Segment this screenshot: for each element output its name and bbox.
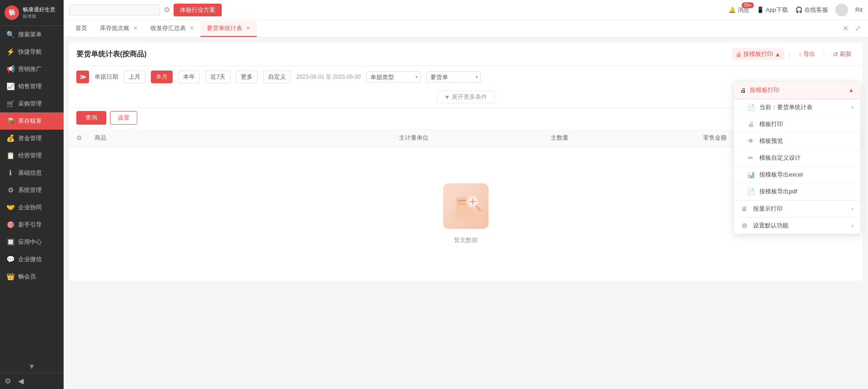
notification-badge: 99+ — [742, 2, 754, 8]
dropdown-template-design[interactable]: ✏ 模板自定义设计 — [734, 150, 860, 167]
date-range-display: 2023-06-01 至 2023-06-30 — [296, 73, 360, 81]
topbar-gear-icon[interactable]: ⚙ — [164, 5, 170, 14]
nav-label: 畅会员 — [18, 273, 36, 281]
nav-label: 销售管理 — [18, 82, 42, 91]
date-custom-btn[interactable]: 自定义 — [263, 71, 291, 83]
tabs-bar: 首页 库存批次账 ✕ 收发存汇总表 ✕ 要货单统计表 ✕ ✕ ⤢ — [64, 20, 868, 37]
close-order-stats-icon[interactable]: ✕ — [246, 25, 250, 31]
template-print-label: 模板打印 — [759, 120, 854, 128]
expand-window-button[interactable]: ⤢ — [853, 23, 863, 34]
tab-inventory-batch[interactable]: 库存批次账 ✕ — [94, 20, 144, 37]
close-inventory-batch-icon[interactable]: ✕ — [133, 25, 138, 31]
nav-icon: 🔍 — [6, 30, 15, 39]
bell-icon: 🔔 — [728, 6, 736, 13]
sidebar-item-企业协同[interactable]: 🤝企业协同 — [0, 199, 64, 216]
document-type-wrapper: 单据类型 — [366, 71, 421, 83]
home-label: 首页 — [75, 24, 87, 32]
app-download-button[interactable]: 📱 App下载 — [757, 6, 788, 14]
print-template-button[interactable]: 🖨 按模板打印 ▲ — [732, 48, 784, 60]
nav-label: 库存核算 — [18, 117, 42, 125]
dropdown-template-preview[interactable]: 👁 模板预览 — [734, 133, 860, 150]
template-excel-label: 按模板导出excel — [759, 171, 854, 179]
query-button[interactable]: 查询 — [76, 111, 106, 125]
tab-receipts-summary[interactable]: 收发存汇总表 ✕ — [144, 20, 200, 37]
tab-order-stats[interactable]: 要货单统计表 ✕ — [200, 20, 257, 37]
nav-label: 搜索菜单 — [18, 30, 42, 39]
sidebar-item-采购管理[interactable]: 🛒采购管理 — [0, 95, 64, 112]
column-settings-icon[interactable]: ⚙ — [76, 134, 82, 141]
dropdown-display-print[interactable]: 🖥 按显示打印 ▾ — [734, 200, 860, 217]
dropdown-printer-icon: 🖨 — [740, 87, 746, 94]
dropdown-title: 按模板打印 — [750, 86, 779, 94]
expand-more-button[interactable]: ▼ 展开更多条件 — [437, 91, 495, 103]
svg-rect-3 — [458, 203, 467, 205]
dropdown-template-pdf[interactable]: 📄 按模板导出pdf — [734, 183, 860, 200]
default-settings-label: 设置默认功能 — [753, 222, 847, 230]
template-preview-label: 模板预览 — [759, 137, 854, 145]
sidebar-item-应用中心[interactable]: 🔲应用中心 — [0, 233, 64, 251]
date-this-month-btn[interactable]: 本月 — [151, 71, 173, 83]
online-service-button[interactable]: 🎧 在线客服 — [795, 6, 828, 14]
document-type-select[interactable]: 单据类型 — [366, 71, 421, 83]
trial-button[interactable]: 体验行业方案 — [174, 4, 222, 16]
nav-label: 企业协同 — [18, 203, 42, 212]
sidebar: 畅 畅康通好生意 标准版 🔍搜索菜单⚡快捷导航📢营销推广📈销售管理🛒采购管理📦库… — [0, 0, 64, 389]
pdf-icon: 📄 — [747, 188, 755, 195]
sidebar-item-销售管理[interactable]: 📈销售管理 — [0, 78, 64, 95]
refresh-label: 刷新 — [840, 50, 852, 58]
nav-label: 应用中心 — [18, 238, 42, 246]
sidebar-collapse-icon[interactable]: ◀ — [18, 377, 24, 385]
dropdown-default-settings[interactable]: ⚙ 设置默认功能 ▾ — [734, 217, 860, 234]
sidebar-settings-icon[interactable]: ⚙ — [5, 377, 11, 385]
nav-icon: 🔲 — [6, 238, 15, 246]
chevron-up-icon: ▲ — [775, 51, 781, 58]
app-download-label: App下载 — [766, 6, 788, 14]
filter-expand-button[interactable]: ≫ — [76, 71, 89, 83]
nav-label: 企业微信 — [18, 255, 42, 263]
close-receipts-summary-icon[interactable]: ✕ — [190, 25, 194, 31]
dropdown-collapse-icon[interactable]: ▲ — [848, 87, 854, 93]
dropdown-current-template[interactable]: 📄 当前：要货单统计表 ▾ — [734, 99, 860, 116]
refresh-button[interactable]: ↺ 刷新 — [829, 48, 855, 60]
topbar: ⚙ 体验行业方案 🔔 消息 99+ 📱 App下载 🎧 在线客服 Rit — [64, 0, 868, 20]
nav-icon: 👑 — [6, 273, 15, 281]
expand-label: 展开更多条件 — [452, 93, 487, 101]
sidebar-item-库存核算[interactable]: 📦库存核算 — [0, 112, 64, 130]
user-avatar[interactable] — [835, 4, 848, 16]
goods-filter-select[interactable]: 要货单 — [426, 71, 481, 83]
sidebar-item-快捷导航[interactable]: ⚡快捷导航 — [0, 43, 64, 61]
sidebar-item-搜索菜单[interactable]: 🔍搜索菜单 — [0, 26, 64, 43]
nav-icon: 🎯 — [6, 221, 15, 229]
sidebar-item-企业微信[interactable]: 💬企业微信 — [0, 251, 64, 268]
date-this-year-btn[interactable]: 本年 — [178, 71, 200, 83]
topbar-search-input[interactable] — [69, 5, 160, 15]
close-window-button[interactable]: ✕ — [841, 23, 850, 34]
display-chevron-icon: ▾ — [851, 206, 854, 212]
sidebar-item-系统管理[interactable]: ⚙系统管理 — [0, 182, 64, 199]
sidebar-item-畅会员[interactable]: 👑畅会员 — [0, 268, 64, 285]
date-more-btn[interactable]: 更多 — [236, 71, 258, 83]
dropdown-template-print[interactable]: 🖨 模板打印 — [734, 116, 860, 133]
sidebar-item-基础信息[interactable]: ℹ基础信息 — [0, 164, 64, 182]
nav-icon: 💬 — [6, 255, 15, 263]
default-settings-chevron-icon: ▾ — [851, 223, 854, 229]
nav-icon: 📢 — [6, 65, 15, 73]
tab-home[interactable]: 首页 — [69, 20, 94, 37]
date-last-month-btn[interactable]: 上月 — [124, 71, 145, 83]
sidebar-item-资金管理[interactable]: 💰资金管理 — [0, 130, 64, 147]
export-button[interactable]: ↑ 导出 — [795, 48, 819, 60]
sidebar-item-经营管理[interactable]: 📋经营管理 — [0, 147, 64, 164]
settings-button[interactable]: 设置 — [110, 111, 137, 125]
notification-button[interactable]: 🔔 消息 99+ — [728, 6, 749, 14]
sidebar-scroll-down[interactable]: ▼ — [0, 361, 64, 373]
nav-icon: 🤝 — [6, 203, 15, 212]
refresh-icon: ↺ — [833, 51, 838, 58]
page-title: 要货单统计表(按商品) — [76, 50, 147, 59]
app-name: 畅康通好生意 — [23, 6, 55, 14]
sidebar-item-新手引导[interactable]: 🎯新手引导 — [0, 216, 64, 233]
sidebar-item-营销推广[interactable]: 📢营销推广 — [0, 61, 64, 78]
nav-label: 营销推广 — [18, 65, 42, 73]
dropdown-template-excel[interactable]: 📊 按模板导出excel — [734, 167, 860, 183]
dropdown-header: 🖨 按模板打印 ▲ — [734, 81, 860, 99]
date-7days-btn[interactable]: 近7天 — [205, 71, 230, 83]
